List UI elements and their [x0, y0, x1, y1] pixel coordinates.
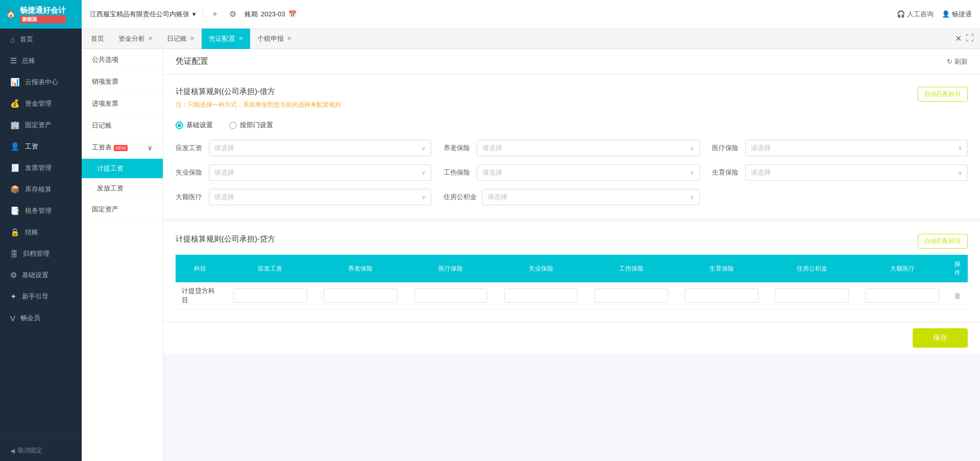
- sidebar-item-ledger[interactable]: ☰ 总账: [0, 50, 82, 71]
- field-select-ylbx[interactable]: 请选择 ∨: [477, 140, 699, 156]
- input-zfgjj[interactable]: [775, 288, 849, 303]
- debit-note: 注：只能选择一种方式，系统将按照您当前的选择来配置规则: [176, 101, 341, 109]
- menu-item-journal[interactable]: 日记账: [82, 115, 163, 137]
- dropdown-icon: ▾: [192, 10, 196, 18]
- close-month-icon: 🔒: [10, 228, 20, 237]
- tax-icon: 📑: [10, 206, 20, 215]
- delete-row-icon[interactable]: 🗑: [954, 292, 961, 300]
- field-select-value: 请选择: [751, 143, 771, 153]
- tab-tax-report[interactable]: 个税申报 ✕: [250, 29, 299, 49]
- close-tab-button[interactable]: ✕: [955, 34, 962, 43]
- calendar-icon: 📅: [288, 10, 297, 18]
- field-select-zfgjj[interactable]: 请选择 ∨: [482, 189, 699, 205]
- tab-close-icon[interactable]: ✕: [148, 35, 153, 42]
- auto-match-credit-button[interactable]: 自动匹配科目: [918, 234, 968, 249]
- col-header-zfgjj: 住房公积金: [767, 255, 857, 282]
- sidebar-item-assets[interactable]: 🏢 固定资产: [0, 114, 82, 136]
- sidebar-item-tax[interactable]: 📑 税务管理: [0, 200, 82, 222]
- sidebar-item-label: 总账: [22, 56, 35, 65]
- user-avatar-icon: 👤: [942, 10, 950, 18]
- cell-sybx2[interactable]: [676, 282, 767, 309]
- tab-funds[interactable]: 资金分析 ✕: [111, 29, 160, 49]
- credit-section: 计提核算规则(公司承担)-贷方 自动匹配科目 科目 应发工资 养老保险 医疗保险…: [163, 222, 980, 322]
- radio-dept[interactable]: 按部门设置: [229, 120, 273, 130]
- field-select-value: 请选择: [214, 168, 234, 177]
- auto-match-debit-button[interactable]: 自动匹配科目: [918, 87, 968, 102]
- cancel-fixed-button[interactable]: ◀ 取消固定: [0, 440, 82, 461]
- col-header-sybx: 失业保险: [496, 255, 586, 282]
- input-sybx[interactable]: [504, 288, 578, 303]
- chevron-down-icon: ∨: [148, 144, 153, 152]
- save-button[interactable]: 保存: [913, 328, 968, 348]
- radio-basic[interactable]: 基础设置: [176, 120, 213, 130]
- support-button[interactable]: 🎧 人工咨询: [897, 10, 934, 19]
- cell-yfgz[interactable]: [225, 282, 315, 309]
- company-selector[interactable]: 江西服宝精品有限责任公司内账张 ▾: [90, 10, 196, 19]
- field-select-value: 请选择: [482, 168, 502, 177]
- sidebar-item-settings[interactable]: ⚙ 基础设置: [0, 264, 82, 286]
- settings-icon: ⚙: [10, 271, 17, 280]
- save-bar: 保存: [163, 322, 980, 354]
- input-yfgz[interactable]: [233, 288, 307, 303]
- chevron-down-icon: ∨: [958, 145, 962, 152]
- input-dayl[interactable]: [865, 288, 939, 303]
- salary-icon: 👤: [10, 142, 20, 151]
- menu-item-pay-salary[interactable]: 发放工资: [82, 179, 163, 199]
- field-select-yfgz[interactable]: 请选择 ∨: [209, 140, 431, 156]
- field-label: 工伤保险: [444, 168, 472, 177]
- cell-ylbx[interactable]: [315, 282, 406, 309]
- input-ylbx[interactable]: [324, 288, 398, 303]
- cell-sybx[interactable]: [496, 282, 586, 309]
- field-select-ylbx2[interactable]: 请选择 ∨: [745, 140, 968, 156]
- user-menu[interactable]: 👤 畅捷通: [942, 10, 972, 19]
- period-label: 账期: [244, 10, 258, 19]
- cell-gsbx[interactable]: [586, 282, 676, 309]
- menu-group-salary-header[interactable]: 工资表NEW ∨: [82, 137, 163, 159]
- expand-button[interactable]: ⛶: [966, 34, 974, 43]
- tab-label: 凭证配置: [209, 34, 235, 43]
- add-book-button[interactable]: ＋: [209, 7, 221, 21]
- sidebar-item-archive[interactable]: 🗄 归档管理: [0, 243, 82, 264]
- menu-item-sales-invoice[interactable]: 销项发票: [82, 71, 163, 93]
- menu-item-purchase-invoice[interactable]: 进项发票: [82, 93, 163, 115]
- cell-zfgjj[interactable]: [767, 282, 857, 309]
- left-menu: 公共选项 销项发票 进项发票 日记账 工资表NEW ∨ 计提工资 发放工资 固定…: [82, 49, 163, 461]
- sidebar-item-close[interactable]: 🔒 结账: [0, 222, 82, 243]
- tab-journal[interactable]: 日记账 ✕: [160, 29, 202, 49]
- field-select-sybx[interactable]: 请选择 ∨: [209, 164, 431, 181]
- menu-item-calc-salary[interactable]: 计提工资: [82, 159, 163, 179]
- input-ylbx2[interactable]: [414, 288, 488, 303]
- cell-ylbx2[interactable]: [406, 282, 496, 309]
- inventory-icon: 📦: [10, 185, 20, 194]
- tab-close-icon[interactable]: ✕: [287, 35, 291, 42]
- col-header-operation: 操作: [947, 255, 968, 282]
- cell-op[interactable]: 🗑: [947, 282, 968, 309]
- sidebar-item-invoice[interactable]: 🧾 发票管理: [0, 157, 82, 179]
- sidebar-item-home[interactable]: ⌂ 首页: [0, 29, 82, 50]
- field-select-gsbx[interactable]: 请选择 ∨: [477, 164, 699, 181]
- new-badge: NEW: [114, 145, 128, 151]
- tab-close-icon[interactable]: ✕: [190, 35, 194, 42]
- invoice-icon: 🧾: [10, 163, 20, 173]
- menu-item-fixed-assets[interactable]: 固定资产: [82, 199, 163, 221]
- sidebar-item-guide[interactable]: ✦ 新手引导: [0, 286, 82, 307]
- sidebar-item-label: 基础设置: [22, 271, 48, 280]
- sidebar-item-vip[interactable]: V 畅会员: [0, 307, 82, 329]
- sidebar-item-salary[interactable]: 👤 工资: [0, 136, 82, 157]
- settings-button[interactable]: ⚙: [227, 7, 238, 21]
- sidebar-item-funds[interactable]: 💰 资金管理: [0, 93, 82, 114]
- field-select-sybx2[interactable]: 请选择 ∨: [745, 164, 968, 181]
- tab-home[interactable]: 首页: [84, 29, 111, 49]
- input-gsbx[interactable]: [594, 288, 668, 303]
- tab-voucher-config[interactable]: 凭证配置 ✕: [202, 29, 250, 49]
- field-label: 应发工资: [176, 143, 204, 153]
- field-select-dayl[interactable]: 请选择 ∨: [209, 189, 431, 205]
- sidebar-item-reports[interactable]: 📊 云报表中心: [0, 71, 82, 93]
- cell-dayl[interactable]: [857, 282, 947, 309]
- input-sybx2[interactable]: [684, 288, 758, 303]
- refresh-button[interactable]: ↻ 刷新: [947, 57, 968, 66]
- field-row-zfgjj: 住房公积金 请选择 ∨: [444, 189, 699, 205]
- menu-item-public[interactable]: 公共选项: [82, 49, 163, 71]
- tab-close-icon[interactable]: ✕: [238, 35, 243, 42]
- sidebar-item-inventory[interactable]: 📦 库存核算: [0, 179, 82, 200]
